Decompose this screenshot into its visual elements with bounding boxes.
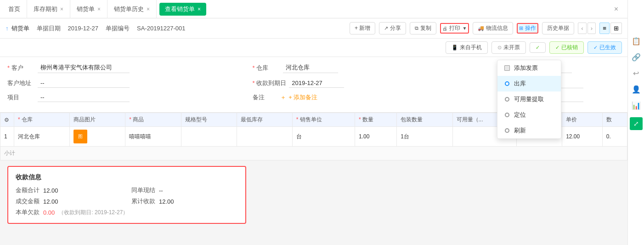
logistics-button[interactable]: 🚚 物流信息	[473, 22, 513, 34]
td-unit: 台	[292, 127, 355, 147]
tab-sales[interactable]: 销货单 ×	[70, 0, 107, 18]
print-button[interactable]: 🖨 打印 ▼	[440, 23, 469, 34]
sidebar-icon-user[interactable]: 👤	[632, 85, 641, 94]
cumulative-value: 12.00	[159, 198, 174, 205]
cumulative-item: 累计收款 12.00	[131, 197, 238, 205]
close-button[interactable]: ×	[610, 5, 623, 13]
tab-inventory-close[interactable]: ×	[60, 6, 63, 12]
nav-arrows: ‹ ›	[578, 23, 596, 34]
td-product-img: 图	[70, 127, 125, 147]
due-date-label: 收款到期日	[253, 79, 287, 87]
th-pack-qty: 包装数量	[397, 113, 452, 127]
refresh-label: 刷新	[514, 126, 526, 135]
nav-next[interactable]: ›	[588, 23, 596, 34]
effect-icon: ✓	[593, 45, 598, 51]
transaction-item: 成交金额 12.00	[16, 197, 122, 205]
copy-button[interactable]: ⧉ 复制	[410, 22, 436, 34]
tab-bar: 首页 库存期初 × 销货单 × 销货单历史 × 查看销货单 ×	[0, 0, 627, 18]
view-list-btn[interactable]: ≡	[599, 23, 610, 34]
phone-btn[interactable]: 📱 来自手机	[446, 41, 488, 54]
logistics-icon: 🚚	[478, 25, 484, 31]
sidebar-icon-return[interactable]: ↩	[633, 69, 639, 78]
th-warehouse: 仓库	[14, 113, 70, 127]
td-warehouse: 河北仓库	[14, 127, 70, 147]
number-label: 单据编号	[106, 24, 130, 33]
tab-home-label: 首页	[8, 5, 20, 13]
print-icon: 🖨	[442, 26, 447, 31]
dropdown-refresh[interactable]: 刷新	[497, 123, 561, 138]
available-icon	[504, 96, 510, 103]
td-index: 1	[0, 127, 14, 147]
add-note-label: + 添加备注	[288, 94, 317, 101]
tab-history-close[interactable]: ×	[147, 6, 150, 12]
open-ticket-btn[interactable]: ⊙ 未开票	[491, 41, 526, 54]
add-note-btn[interactable]: ＋ + 添加备注	[280, 93, 318, 102]
project-label: 项目	[7, 93, 35, 102]
toolbar-left: ↑ 销货单 单据日期 2019-12-27 单据编号 SA-20191227-0…	[6, 24, 186, 33]
operation-button[interactable]: ⊞ 操作	[517, 23, 538, 34]
dropdown-add-invoice[interactable]: 添加发票	[497, 60, 561, 76]
sidebar-icon-doc[interactable]: 📋	[632, 37, 641, 46]
balance-item: 本单欠款 0.00 （收款到期日: 2019-12-27）	[16, 208, 238, 217]
td-qty: 1.00	[355, 127, 396, 147]
total-amount-item: 金额合计 12.00	[16, 186, 122, 194]
action-bar: 📱 来自手机 ⊙ 未开票 ✓ ✓ 已核销 ✓ 已生效	[0, 39, 627, 57]
th-spec: 规格型号	[181, 113, 237, 127]
tab-inventory[interactable]: 库存期初 ×	[27, 0, 70, 18]
tab-bar-left: 首页 库存期初 × 销货单 × 销货单历史 × 查看销货单 ×	[5, 0, 209, 18]
th-min-stock: 最低库存	[237, 113, 292, 127]
confirm-btn[interactable]: ✓	[530, 42, 546, 53]
sidebar-icon-chart[interactable]: 📊	[632, 101, 641, 110]
tab-view-sales[interactable]: 查看销货单 ×	[159, 3, 206, 16]
date-value: 2019-12-27	[68, 25, 99, 32]
balance-value: 0.00	[43, 209, 55, 216]
dropdown-locate[interactable]: 定位	[497, 107, 561, 123]
logistics-btn-label: 物流信息	[486, 24, 508, 32]
payment-grid: 金额合计 12.00 同单现结 -- 成交金额 12.00 累计收款 12.00	[16, 186, 238, 217]
history-btn-label: 历史单据	[547, 24, 569, 32]
sidebar-icon-link[interactable]: 🔗	[632, 53, 641, 62]
share-button[interactable]: ↗ 分享	[379, 22, 406, 34]
confirm-icon: ✓	[536, 45, 540, 51]
history-button[interactable]: 历史单据	[542, 22, 574, 34]
operation-dropdown: 添加发票 出库 可用量提取 定位 刷新	[497, 60, 561, 139]
tab-view-sales-label: 查看销货单	[165, 5, 195, 13]
number-value: SA-20191227-001	[137, 25, 186, 32]
toolbar-right: + 新增 ↗ 分享 ⧉ 复制 🖨 打印 ▼ 🚚 物流信息	[350, 22, 622, 34]
project-value: --	[38, 93, 130, 102]
address-value: --	[38, 79, 130, 88]
th-unit: 销售单位	[292, 113, 355, 127]
total-amount-label: 金额合计	[16, 186, 40, 194]
available-label: 可用量提取	[514, 95, 544, 103]
tab-home[interactable]: 首页	[5, 0, 27, 18]
due-date-value: 2019-12-27	[289, 79, 344, 88]
transaction-value: 12.00	[43, 198, 58, 205]
tab-history[interactable]: 销货单历史 ×	[107, 0, 157, 18]
td-spec	[181, 127, 237, 147]
warehouse-field: 仓库 河北仓库	[253, 63, 498, 73]
th-settings[interactable]: ⚙	[0, 113, 14, 127]
tab-sales-label: 销货单	[77, 5, 95, 13]
dropdown-outbound[interactable]: 出库	[497, 76, 561, 91]
tab-history-label: 销货单历史	[114, 5, 144, 13]
tab-view-sales-close[interactable]: ×	[198, 6, 201, 12]
sidebar-icon-expand[interactable]: ⤢	[630, 117, 643, 130]
customer-field: 客户 柳州粤港平安气体有限公司	[7, 63, 253, 73]
tab-sales-close[interactable]: ×	[97, 6, 101, 12]
view-grid-btn[interactable]: ⊞	[610, 23, 622, 34]
td-pack-qty: 1台	[397, 127, 452, 147]
settle-item: 同单现结 --	[131, 186, 238, 194]
confirmed-badge: ✓ 已核销	[549, 41, 584, 54]
tab-inventory-label: 库存期初	[34, 5, 57, 13]
nav-prev[interactable]: ‹	[578, 23, 586, 34]
subtotal-row: 小计	[0, 147, 627, 160]
note-field: 备注 ＋ + 添加备注	[253, 93, 498, 102]
add-button[interactable]: + 新增	[350, 22, 375, 34]
td-product: 嘻嘻嘻嘻	[125, 127, 181, 147]
payment-section: 收款信息 金额合计 12.00 同单现结 -- 成交金额 12.00	[0, 166, 627, 224]
add-invoice-icon	[504, 65, 510, 71]
dropdown-available[interactable]: 可用量提取	[497, 91, 561, 107]
note-label: 备注	[253, 93, 280, 102]
address-label: 客户地址	[7, 79, 35, 87]
doc-type-icon: ↑	[6, 25, 9, 32]
